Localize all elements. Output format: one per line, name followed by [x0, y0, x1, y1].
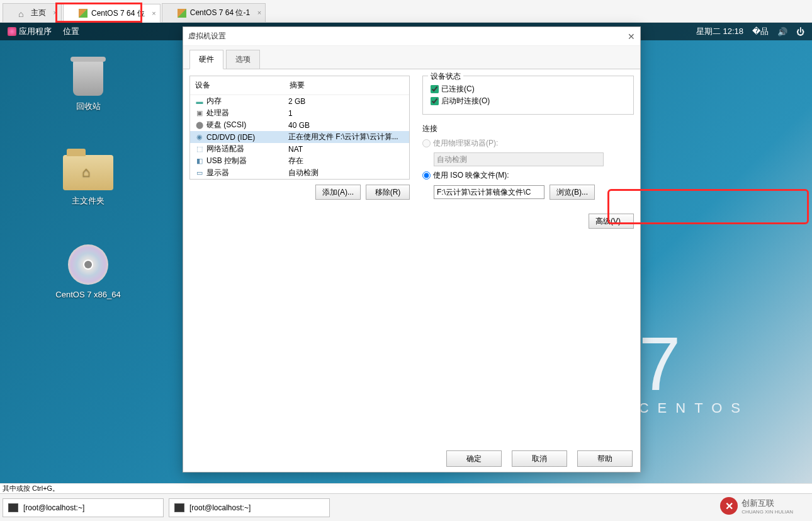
hardware-row[interactable]: ▣处理器1 [190, 107, 409, 119]
device-summary: 存在 [288, 156, 404, 166]
device-icon: ◉ [195, 133, 204, 142]
terminal-icon [174, 503, 184, 512]
tab-vm-2[interactable]: CentOS 7 64 位-1 × [162, 3, 266, 22]
disc-icon [68, 244, 108, 285]
col-summary: 摘要 [290, 80, 404, 91]
help-button[interactable]: 帮助 [577, 450, 633, 467]
device-summary: NAT [288, 145, 404, 154]
remove-button[interactable]: 移除(R) [366, 185, 410, 200]
radio-physical-drive-row[interactable]: 使用物理驱动器(P): [422, 138, 634, 149]
tab-options[interactable]: 选项 [226, 50, 260, 69]
dialog-titlebar[interactable]: 虚拟机设置 ✕ [183, 27, 640, 46]
physical-drive-select: 自动检测 [434, 152, 604, 166]
checkbox-connected[interactable] [431, 85, 439, 93]
dialog-footer: 确定 取消 帮助 [446, 450, 633, 467]
panel-datetime: 星期二 12:18 [696, 26, 743, 37]
desktop-icon-home[interactable]: 主文件夹 [50, 150, 126, 207]
hardware-row[interactable]: ◉CD/DVD (IDE)正在使用文件 F:\云计算\云计算... [190, 131, 409, 143]
browse-button[interactable]: 浏览(B)... [550, 185, 595, 200]
checkbox-connected-row[interactable]: 已连接(C) [431, 84, 626, 94]
device-name: CD/DVD (IDE) [206, 133, 288, 142]
desktop-icons-container: 回收站 主文件夹 CentOS 7 x86_64 [50, 60, 126, 299]
trash-label: 回收站 [76, 101, 101, 112]
device-summary: 40 GB [288, 121, 404, 130]
dialog-title: 虚拟机设置 [188, 31, 226, 42]
dialog-tabs: 硬件 选项 [183, 46, 640, 69]
hardware-row[interactable]: ▭显示器自动检测 [190, 167, 409, 179]
panel-places[interactable]: 位置 [63, 26, 79, 37]
radio-iso-file-row[interactable]: 使用 ISO 映像文件(M): [422, 170, 634, 181]
taskbar-term2-label: [root@localhost:~] [189, 503, 251, 512]
close-icon[interactable]: × [257, 9, 261, 16]
taskbar-term1-label: [root@localhost:~] [23, 503, 84, 512]
device-detail-panel: 设备状态 已连接(C) 启动时连接(O) 连接 使用物理驱动器(P): 自动检测 [422, 76, 634, 428]
panel-apps-icon[interactable]: 应用程序 [8, 26, 52, 37]
home-icon [18, 9, 27, 18]
device-summary: 2 GB [288, 97, 404, 106]
dialog-close-button[interactable]: ✕ [628, 31, 635, 42]
radio-physical-drive [422, 139, 431, 147]
vmware-tab-bar: 主页 × CentOS 7 64 位 × CentOS 7 64 位-1 × [0, 0, 812, 23]
radio-iso-file[interactable] [422, 171, 431, 180]
close-icon[interactable]: × [54, 9, 57, 16]
tab-hardware[interactable]: 硬件 [189, 50, 223, 69]
hardware-row[interactable]: ⬤硬盘 (SCSI)40 GB [190, 119, 409, 131]
hardware-list-buttons: 添加(A)... 移除(R) [183, 185, 416, 200]
device-icon: ⬤ [195, 121, 204, 130]
tab-vm-1[interactable]: CentOS 7 64 位 × [63, 4, 161, 23]
radio-physical-label: 使用物理驱动器(P): [433, 138, 498, 149]
vmware-status-line: 其中或按 Ctrl+G。 [0, 483, 812, 493]
desktop-icon-trash[interactable]: 回收站 [50, 60, 126, 112]
vm-icon [79, 9, 87, 18]
trash-icon [73, 60, 103, 96]
close-icon[interactable]: × [152, 9, 155, 17]
vm-icon [178, 9, 186, 18]
tab-vm1-label: CentOS 7 64 位 [91, 8, 145, 19]
vm-settings-dialog: 虚拟机设置 ✕ 硬件 选项 设备 摘要 ▬内存2 GB▣处理器1⬤硬盘 (SCS… [183, 26, 641, 472]
checkbox-connect-startup-label: 启动时连接(O) [441, 96, 490, 106]
cancel-button[interactable]: 取消 [512, 450, 567, 467]
device-icon: ▣ [195, 109, 204, 118]
home-folder-icon [63, 155, 113, 190]
advanced-button-row: 高级(V)... [422, 214, 634, 229]
taskbar-terminal-1[interactable]: [root@localhost:~] [3, 498, 164, 517]
panel-applications: 应用程序 [19, 26, 52, 37]
hardware-row[interactable]: ▬内存2 GB [190, 95, 409, 107]
hardware-list: 设备 摘要 ▬内存2 GB▣处理器1⬤硬盘 (SCSI)40 GB◉CD/DVD… [189, 76, 410, 180]
checkbox-connect-startup-row[interactable]: 启动时连接(O) [431, 96, 626, 106]
add-button[interactable]: 添加(A)... [315, 185, 361, 200]
dialog-body: 设备 摘要 ▬内存2 GB▣处理器1⬤硬盘 (SCSI)40 GB◉CD/DVD… [183, 69, 640, 435]
tab-home[interactable]: 主页 × [3, 3, 62, 22]
device-summary: 正在使用文件 F:\云计算\云计算... [288, 132, 404, 142]
tab-vm2-label: CentOS 7 64 位-1 [190, 8, 250, 18]
device-icon: ⬚ [195, 145, 204, 154]
advanced-button[interactable]: 高级(V)... [589, 214, 634, 229]
tab-home-label: 主页 [31, 8, 46, 18]
centos-wallpaper-logo: 7 CENTOS [639, 333, 749, 416]
group-status-title: 设备状态 [428, 71, 463, 82]
device-icon: ▬ [195, 97, 204, 106]
home-label: 主文件夹 [72, 195, 104, 207]
iso-file-row: 浏览(B)... [434, 185, 634, 200]
col-device: 设备 [195, 80, 290, 91]
hardware-row[interactable]: ⬚网络适配器NAT [190, 143, 409, 155]
iso-path-input[interactable] [434, 185, 544, 199]
desktop-icon-disc[interactable]: CentOS 7 x86_64 [50, 244, 126, 299]
volume-icon[interactable]: 🔊 [777, 27, 787, 37]
network-icon[interactable]: �品 [752, 26, 769, 37]
device-name: 硬盘 (SCSI) [206, 120, 288, 130]
ok-button[interactable]: 确定 [446, 450, 502, 467]
power-icon[interactable]: ⏻ [796, 27, 804, 37]
group-connection: 连接 使用物理驱动器(P): 自动检测 使用 ISO 映像文件(M): 浏览(B… [422, 121, 634, 202]
watermark: ✕ 创新互联 CHUANG XIN HULIAN [720, 497, 793, 515]
device-name: USB 控制器 [206, 156, 288, 166]
device-name: 处理器 [206, 108, 288, 118]
radio-iso-label: 使用 ISO 映像文件(M): [433, 170, 509, 181]
taskbar-terminal-2[interactable]: [root@localhost:~] [169, 498, 330, 517]
device-name: 显示器 [206, 168, 288, 178]
hardware-row[interactable]: ◧USB 控制器存在 [190, 155, 409, 167]
device-summary: 自动检测 [288, 168, 404, 178]
watermark-text: 创新互联 [742, 498, 774, 508]
checkbox-connect-startup[interactable] [431, 97, 439, 105]
device-name: 网络适配器 [206, 144, 288, 154]
